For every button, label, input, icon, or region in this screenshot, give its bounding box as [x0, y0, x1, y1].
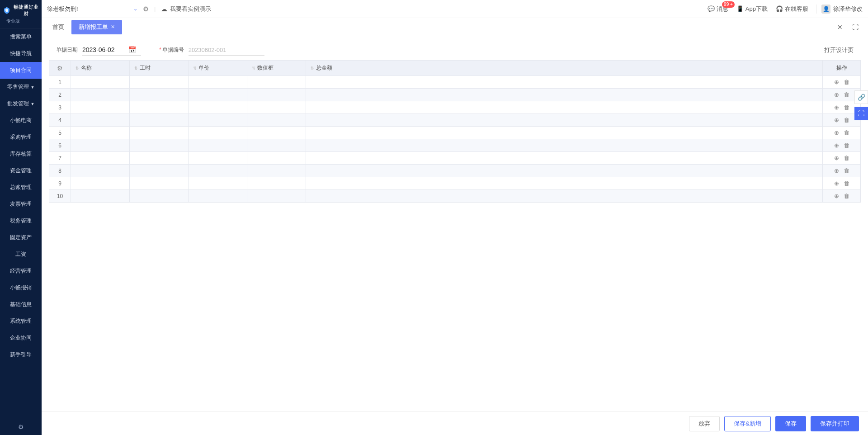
support-button[interactable]: 🎧 在线客服 — [776, 5, 808, 13]
tab-home[interactable]: 首页 — [45, 20, 71, 34]
cell[interactable] — [306, 114, 823, 127]
cell[interactable] — [247, 177, 306, 190]
cell[interactable] — [306, 177, 823, 190]
row-add-icon[interactable]: ⊕ — [834, 193, 839, 199]
cell[interactable] — [247, 165, 306, 177]
app-download-button[interactable]: 📱 App下载 — [736, 5, 768, 13]
th-numbox[interactable]: ⇅数值框 — [247, 61, 306, 76]
tab-new-work-order[interactable]: 新增报工单 ✕ — [71, 20, 122, 34]
cell[interactable] — [130, 165, 189, 177]
cell[interactable] — [189, 152, 247, 165]
save-and-new-button[interactable]: 保存&新增 — [724, 416, 771, 431]
cell[interactable] — [247, 89, 306, 101]
save-and-print-button[interactable]: 保存并打印 — [811, 416, 859, 431]
cell[interactable] — [189, 177, 247, 190]
cell[interactable] — [189, 76, 247, 89]
cell[interactable] — [71, 127, 130, 139]
sidebar-item-0[interactable]: 搜索菜单 — [0, 28, 42, 45]
org-settings-icon[interactable]: ⚙ — [143, 5, 149, 13]
cell[interactable] — [247, 76, 306, 89]
cell[interactable] — [71, 101, 130, 114]
sidebar-item-16[interactable]: 基础信息 — [0, 296, 42, 313]
doc-number-input[interactable] — [189, 45, 264, 56]
cell[interactable] — [71, 76, 130, 89]
row-add-icon[interactable]: ⊕ — [834, 117, 839, 123]
row-add-icon[interactable]: ⊕ — [834, 180, 839, 187]
cell[interactable] — [130, 127, 189, 139]
row-delete-icon[interactable]: 🗑 — [844, 142, 849, 149]
cell[interactable] — [130, 114, 189, 127]
fullscreen-icon[interactable]: ⛶ — [850, 22, 861, 33]
sidebar-item-18[interactable]: 企业协同 — [0, 330, 42, 346]
cell[interactable] — [189, 139, 247, 152]
sidebar-item-17[interactable]: 系统管理 — [0, 313, 42, 330]
cell[interactable] — [189, 89, 247, 101]
message-button[interactable]: 💬 消息 99 + — [708, 5, 728, 13]
cell[interactable] — [130, 101, 189, 114]
calendar-icon[interactable]: 📅 — [128, 46, 136, 53]
row-add-icon[interactable]: ⊕ — [834, 79, 839, 85]
sidebar-item-1[interactable]: 快捷导航 — [0, 45, 42, 62]
cell[interactable] — [247, 101, 306, 114]
save-button[interactable]: 保存 — [775, 416, 806, 431]
cell[interactable] — [130, 76, 189, 89]
cell[interactable] — [71, 190, 130, 203]
sidebar-item-12[interactable]: 固定资产 — [0, 229, 42, 246]
org-selector[interactable]: 徐老板勿删! ⌄ — [47, 5, 137, 13]
th-total[interactable]: ⇅总金额 — [306, 61, 823, 76]
sidebar-item-7[interactable]: 库存核算 — [0, 146, 42, 162]
cell[interactable] — [247, 152, 306, 165]
cell[interactable] — [247, 127, 306, 139]
row-delete-icon[interactable]: 🗑 — [844, 180, 849, 187]
row-delete-icon[interactable]: 🗑 — [844, 117, 849, 123]
row-add-icon[interactable]: ⊕ — [834, 142, 839, 149]
expand-button[interactable]: ⛶ — [854, 107, 868, 120]
sidebar-item-11[interactable]: 税务管理 — [0, 213, 42, 229]
sidebar-item-2[interactable]: 项目合同 — [0, 62, 42, 79]
sidebar-item-15[interactable]: 小畅报销 — [0, 279, 42, 296]
th-settings[interactable]: ⚙ — [49, 61, 71, 76]
row-add-icon[interactable]: ⊕ — [834, 155, 839, 161]
th-price[interactable]: ⇅单价 — [189, 61, 247, 76]
cell[interactable] — [189, 101, 247, 114]
cell[interactable] — [71, 139, 130, 152]
row-add-icon[interactable]: ⊕ — [834, 91, 839, 98]
row-add-icon[interactable]: ⊕ — [834, 129, 839, 136]
row-delete-icon[interactable]: 🗑 — [844, 155, 849, 161]
close-icon[interactable]: ✕ — [111, 24, 115, 30]
discard-button[interactable]: 放弃 — [689, 416, 720, 431]
cell[interactable] — [247, 190, 306, 203]
sidebar-item-10[interactable]: 发票管理 — [0, 196, 42, 213]
sidebar-item-14[interactable]: 经营管理 — [0, 263, 42, 279]
attachment-button[interactable]: 🔗 — [854, 90, 868, 104]
sidebar-item-19[interactable]: 新手引导 — [0, 346, 42, 363]
sidebar-item-9[interactable]: 总账管理 — [0, 179, 42, 196]
sidebar-item-8[interactable]: 资金管理 — [0, 162, 42, 179]
close-all-icon[interactable]: ✕ — [835, 22, 845, 33]
date-input[interactable]: 2023-06-02 📅 — [82, 44, 141, 56]
settings-gear-icon[interactable]: ⚙ — [18, 423, 24, 430]
cell[interactable] — [130, 177, 189, 190]
cell[interactable] — [130, 152, 189, 165]
row-delete-icon[interactable]: 🗑 — [844, 193, 849, 199]
th-hours[interactable]: ⇅工时 — [130, 61, 189, 76]
cell[interactable] — [130, 190, 189, 203]
cell[interactable] — [247, 114, 306, 127]
cell[interactable] — [71, 89, 130, 101]
row-add-icon[interactable]: ⊕ — [834, 104, 839, 111]
cell[interactable] — [71, 177, 130, 190]
cell[interactable] — [71, 165, 130, 177]
cell[interactable] — [130, 89, 189, 101]
cell[interactable] — [306, 139, 823, 152]
cell[interactable] — [306, 76, 823, 89]
cell[interactable] — [130, 139, 189, 152]
cell[interactable] — [189, 114, 247, 127]
cell[interactable] — [247, 139, 306, 152]
row-delete-icon[interactable]: 🗑 — [844, 79, 849, 85]
cell[interactable] — [189, 190, 247, 203]
row-delete-icon[interactable]: 🗑 — [844, 91, 849, 98]
cell[interactable] — [306, 190, 823, 203]
sidebar-item-5[interactable]: 小畅电商 — [0, 112, 42, 129]
row-delete-icon[interactable]: 🗑 — [844, 104, 849, 111]
row-delete-icon[interactable]: 🗑 — [844, 129, 849, 136]
